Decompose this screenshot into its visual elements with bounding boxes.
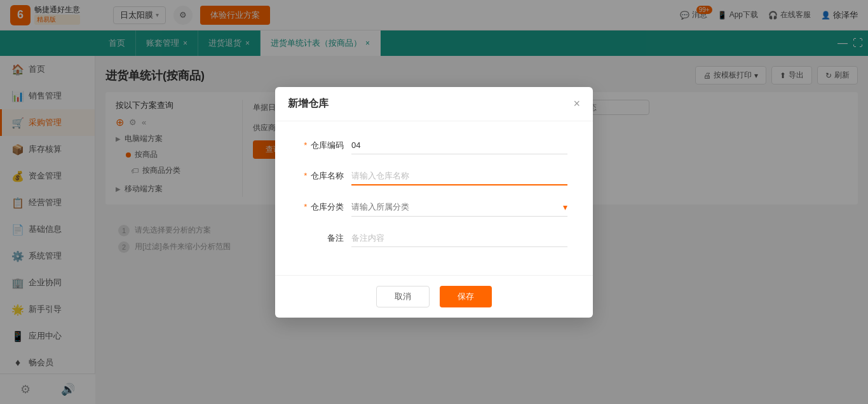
- warehouse-name-label: * 仓库名称: [301, 170, 351, 182]
- category-dropdown-icon: ▾: [563, 202, 567, 212]
- required-star-cat: *: [304, 202, 307, 212]
- add-warehouse-modal: 新增仓库 × * 仓库编码 * 仓库名称: [275, 87, 593, 318]
- save-button[interactable]: 保存: [440, 286, 492, 307]
- modal-title: 新增仓库: [288, 97, 329, 111]
- warehouse-remark-row: 备注: [301, 229, 567, 247]
- required-star: *: [304, 140, 307, 150]
- required-star-name: *: [304, 171, 307, 180]
- warehouse-name-input[interactable]: [351, 167, 567, 185]
- warehouse-name-row: * 仓库名称: [301, 167, 567, 185]
- modal-body: * 仓库编码 * 仓库名称 * 仓库分类: [275, 121, 593, 275]
- warehouse-category-label: * 仓库分类: [301, 201, 351, 213]
- category-select-input[interactable]: [351, 202, 563, 212]
- warehouse-code-label: * 仓库编码: [301, 140, 351, 151]
- warehouse-category-row: * 仓库分类 ▾: [301, 198, 567, 217]
- modal-footer: 取消 保存: [275, 275, 593, 318]
- warehouse-remark-label: 备注: [301, 232, 351, 244]
- warehouse-code-input[interactable]: [351, 137, 567, 154]
- cancel-button[interactable]: 取消: [376, 286, 430, 307]
- warehouse-remark-input[interactable]: [351, 229, 567, 247]
- warehouse-category-select[interactable]: ▾: [351, 198, 567, 217]
- modal-overlay[interactable]: 新增仓库 × * 仓库编码 * 仓库名称: [0, 0, 868, 404]
- modal-close-icon[interactable]: ×: [573, 97, 580, 111]
- warehouse-code-row: * 仓库编码: [301, 137, 567, 154]
- modal-header: 新增仓库 ×: [275, 87, 593, 121]
